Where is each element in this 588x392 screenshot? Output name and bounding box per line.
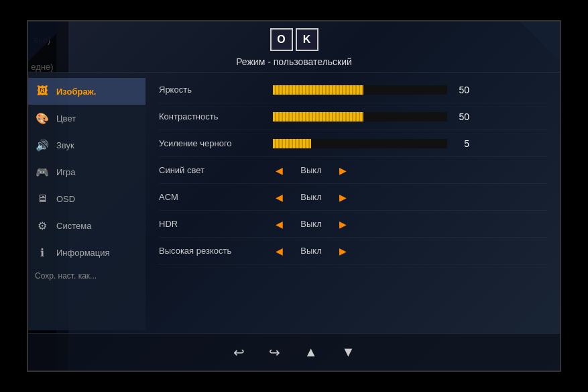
blue-light-row: Синий свет ◀ Выкл ▶ [159, 157, 546, 184]
sidebar-item-info-label: Информация [56, 248, 110, 258]
brightness-track[interactable] [273, 85, 447, 95]
hdr-arrow-left[interactable]: ◀ [273, 219, 286, 230]
sidebar: 🖼 Изображ. 🎨 Цвет 🔊 Звук 🎮 Игра 🖥 OSD ⚙ [28, 72, 145, 330]
settings-panel: Яркость 50 Контрастность 50 [145, 72, 560, 330]
ok-buttons-area: O K [270, 28, 318, 51]
contrast-control: 50 [273, 111, 546, 122]
up-button[interactable]: ▲ [299, 342, 323, 362]
hdr-arrow-right[interactable]: ▶ [337, 219, 349, 230]
black-boost-control: 5 [273, 138, 546, 149]
sidebar-item-color[interactable]: 🎨 Цвет [28, 105, 145, 132]
game-icon: 🎮 [35, 164, 50, 179]
brightness-value: 50 [453, 85, 469, 95]
image-icon: 🖼 [35, 84, 50, 99]
sound-icon: 🔊 [35, 138, 50, 152]
sidebar-item-image-label: Изображ. [56, 87, 96, 97]
sidebar-item-color-label: Цвет [56, 113, 76, 124]
enter-button[interactable]: ↪ [263, 342, 286, 363]
sidebar-item-osd[interactable]: 🖥 OSD [28, 185, 145, 212]
save-preset-button[interactable]: Сохр. наст. как... [28, 266, 145, 286]
acm-label: ACM [159, 192, 273, 202]
brightness-control: 50 [273, 85, 546, 95]
acm-row: ACM ◀ Выкл ▶ [159, 184, 546, 211]
brightness-label: Яркость [159, 85, 273, 95]
contrast-value: 50 [453, 111, 469, 122]
contrast-row: Контрастность 50 [159, 103, 546, 130]
contrast-track[interactable] [273, 112, 447, 121]
mode-title: Режим - пользовательский [28, 56, 560, 67]
blue-light-control: ◀ Выкл ▶ [273, 165, 546, 176]
osd-icon: 🖥 [35, 191, 50, 206]
sidebar-item-osd-label: OSD [56, 194, 75, 204]
blue-light-arrow-left[interactable]: ◀ [273, 165, 286, 176]
black-boost-value: 5 [453, 138, 469, 149]
sidebar-item-game[interactable]: 🎮 Игра [28, 158, 145, 185]
ok-button-k[interactable]: K [296, 28, 318, 51]
black-boost-track[interactable] [273, 139, 447, 148]
sidebar-item-sound-label: Звук [56, 140, 74, 150]
acm-value: Выкл [291, 192, 331, 202]
sharpness-arrow-right[interactable]: ▶ [337, 246, 349, 256]
sidebar-item-image[interactable]: 🖼 Изображ. [28, 78, 145, 105]
sharpness-control: ◀ Выкл ▶ [273, 246, 546, 256]
black-boost-row: Усиление черного 5 [159, 130, 546, 157]
hdr-control: ◀ Выкл ▶ [273, 219, 546, 230]
bottom-navigation: ↩ ↪ ▲ ▼ [28, 333, 560, 371]
sidebar-item-system-label: Система [56, 221, 91, 231]
hdr-label: HDR [159, 219, 273, 229]
sharpness-value: Выкл [291, 246, 331, 256]
sidebar-item-sound[interactable]: 🔊 Звук [28, 132, 145, 158]
corner-decor-left [28, 21, 68, 62]
sharpness-label: Высокая резкость [159, 246, 273, 256]
black-boost-label: Усиление черного [159, 138, 273, 148]
hdr-row: HDR ◀ Выкл ▶ [159, 211, 546, 238]
sharpness-row: Высокая резкость ◀ Выкл ▶ [159, 238, 546, 264]
contrast-fill [273, 112, 363, 121]
back-button[interactable]: ↩ [228, 342, 250, 363]
corner-decor-right [520, 21, 560, 62]
sharpness-arrow-left[interactable]: ◀ [273, 246, 286, 256]
down-button[interactable]: ▼ [337, 342, 361, 362]
ok-button-o[interactable]: O [270, 28, 293, 51]
sidebar-item-info[interactable]: ℹ Информация [28, 239, 145, 266]
acm-arrow-right[interactable]: ▶ [337, 192, 349, 203]
monitor-osd-screen: еко) едне) O K Режим - пользовательский … [27, 20, 561, 372]
hdr-value: Выкл [291, 219, 331, 229]
brightness-row: Яркость 50 [159, 77, 546, 103]
info-icon: ℹ [35, 245, 50, 260]
sidebar-item-game-label: Игра [56, 167, 76, 177]
sidebar-item-system[interactable]: ⚙ Система [28, 212, 145, 239]
contrast-label: Контрастность [159, 111, 273, 121]
acm-arrow-left[interactable]: ◀ [273, 192, 286, 203]
blue-light-arrow-right[interactable]: ▶ [337, 165, 349, 176]
brightness-fill [273, 85, 363, 95]
blue-light-label: Синий свет [159, 165, 273, 175]
color-icon: 🎨 [35, 111, 50, 126]
system-icon: ⚙ [35, 218, 50, 233]
main-content: 🖼 Изображ. 🎨 Цвет 🔊 Звук 🎮 Игра 🖥 OSD ⚙ [28, 72, 560, 330]
blue-light-value: Выкл [291, 165, 331, 175]
black-boost-fill [273, 139, 311, 148]
acm-control: ◀ Выкл ▶ [273, 192, 546, 203]
